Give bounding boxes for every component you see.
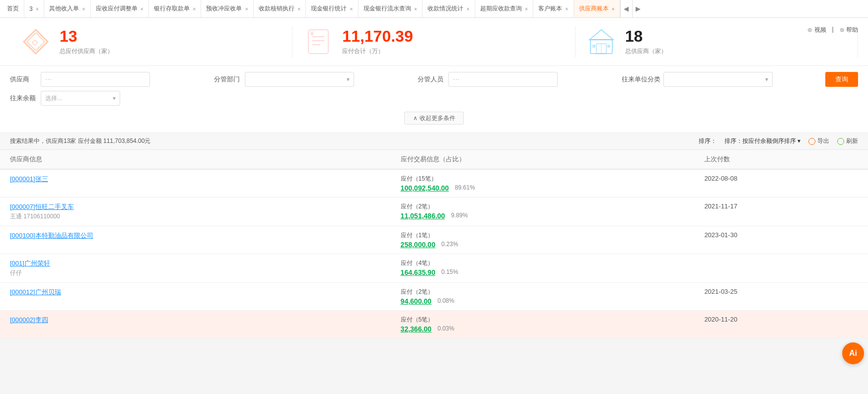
dept-input[interactable]: ▾ — [245, 72, 354, 87]
chevron-down-icon: ▾ — [347, 76, 350, 83]
nav-tab-collect-stat[interactable]: 收款情况统计 × — [423, 0, 475, 17]
payable-amount[interactable]: 94,600.00 — [401, 297, 432, 305]
payable-note: 应付（2笔） — [401, 288, 685, 296]
payable-note: 应付（2笔） — [401, 202, 685, 211]
refresh-icon — [837, 138, 844, 145]
table-row: [001]广州荣轩仔仔 应付（4笔） 164,635.90 0.15% — [0, 254, 868, 283]
result-text: 搜索结果中，供应商13家 应付金额 111,703,854.00元 — [10, 137, 150, 145]
svg-rect-12 — [592, 45, 595, 48]
col-supplier-info: 供应商信息 — [0, 150, 391, 169]
payable-pct: 89.61% — [455, 184, 475, 191]
payable-note: 应付（1笔） — [401, 231, 685, 240]
help-link[interactable]: ⊙ 帮助 — [840, 26, 858, 34]
supplier-link[interactable]: [000012]广州贝瑞 — [10, 288, 381, 297]
category-input[interactable]: ▾ — [663, 72, 773, 87]
supplier-link[interactable]: [000100]本特勤油品有限公司 — [10, 231, 381, 240]
close-icon[interactable]: × — [141, 6, 144, 12]
svg-rect-13 — [607, 45, 610, 48]
export-icon — [808, 138, 815, 145]
nav-tab-other-income[interactable]: 其他收入单 × — [44, 0, 90, 17]
person-input[interactable]: ··· — [448, 72, 558, 87]
table-row: [000007]恒旺二手叉车王通 17106110000 应付（2笔） 11,0… — [0, 197, 868, 226]
nav-tab-prepay[interactable]: 预收冲应收单 × — [201, 0, 253, 17]
nav-prev-arrow[interactable]: ◀ — [620, 0, 632, 18]
total-suppliers-count: 18 — [625, 28, 667, 44]
nav-tab-supplier-ledger[interactable]: 供应商账本 × — [574, 0, 620, 17]
nav-tab-3[interactable]: 3 × — [24, 0, 44, 17]
collapse-filter-button[interactable]: ∧ 收起更多条件 — [404, 112, 464, 125]
supplier-input[interactable]: ··· — [41, 72, 150, 87]
close-icon[interactable]: × — [297, 6, 300, 12]
supplier-link[interactable]: [000001]张三 — [10, 175, 381, 184]
payable-cell: 应付（2笔） 11,051,486.00 9.89% — [391, 197, 695, 226]
table-row: [000100]本特勤油品有限公司 应付（1笔） 258,000.00 0.23… — [0, 226, 868, 254]
close-icon[interactable]: × — [82, 6, 85, 12]
refresh-button[interactable]: 刷新 — [837, 137, 858, 145]
payable-amount[interactable]: 100,092,540.00 — [401, 184, 449, 192]
nav-tab-bank-deposit[interactable]: 银行存取款单 × — [149, 0, 201, 17]
last-pay-cell: 2023-01-30 — [694, 226, 868, 254]
close-icon[interactable]: × — [245, 6, 248, 12]
shop-icon — [585, 26, 617, 58]
supplier-link[interactable]: [000002]李四 — [10, 316, 381, 325]
payable-note: 应付（15笔） — [401, 175, 685, 183]
close-icon[interactable]: × — [350, 6, 353, 12]
close-icon[interactable]: × — [612, 6, 615, 12]
supplier-label: 供应商 — [10, 75, 38, 84]
total-suppliers-label: 总供应商（家） — [625, 47, 667, 56]
top-right-links: ⊙ 视频 | ⊙ 帮助 — [807, 26, 858, 34]
supplier-link[interactable]: [000007]恒旺二手叉车 — [10, 202, 381, 211]
supplier-cell: [000007]恒旺二手叉车王通 17106110000 — [0, 197, 391, 226]
balance-label: 往来余额 — [10, 94, 38, 103]
payable-amount[interactable]: 11,051,486.00 — [401, 212, 445, 220]
nav-tab-ar-ap-adjust[interactable]: 应收应付调整单 × — [91, 0, 149, 17]
last-pay-cell: 2022-08-08 — [694, 169, 868, 197]
nav-tab-customer-ledger[interactable]: 客户账本 × — [533, 0, 574, 17]
payable-pct: 0.08% — [437, 297, 454, 304]
supplier-link[interactable]: [001]广州荣轩 — [10, 259, 381, 268]
video-link[interactable]: ⊙ 视频 — [807, 26, 826, 34]
payable-amount[interactable]: 258,000.00 — [401, 241, 435, 249]
nav-tab-cash-stat[interactable]: 现金银行统计 × — [306, 0, 358, 17]
right-actions: 排序： 排序：按应付余额倒序排序 ▾ 导出 刷新 — [699, 137, 858, 145]
summary-content-3: 18 总供应商（家） — [625, 28, 667, 56]
supplier-cell: [000100]本特勤油品有限公司 — [0, 226, 391, 254]
close-icon[interactable]: × — [193, 6, 196, 12]
table-row: [000012]广州贝瑞 应付（2笔） 94,600.00 0.08% 2021… — [0, 283, 868, 311]
last-pay-cell: 2021-03-25 — [694, 283, 868, 311]
help-icon: ⊙ — [840, 26, 845, 33]
export-button[interactable]: 导出 — [808, 137, 829, 145]
close-icon[interactable]: × — [466, 6, 469, 12]
nav-tab-collect[interactable]: 收款核销执行 × — [254, 0, 306, 17]
play-icon: ⊙ — [807, 26, 812, 33]
supplier-cell: [001]广州荣轩仔仔 — [0, 254, 391, 283]
payable-amount[interactable]: 164,635.90 — [401, 268, 435, 276]
close-icon[interactable]: × — [565, 6, 568, 12]
payable-pct: 0.15% — [441, 268, 458, 275]
chevron-down-icon-2: ▾ — [765, 76, 768, 83]
nav-tab-home[interactable]: 首页 — [2, 0, 24, 17]
payable-total-label: 应付合计（万） — [342, 47, 413, 56]
nav-next-arrow[interactable]: ▶ — [632, 0, 644, 18]
summary-content-1: 13 总应付供应商（家） — [60, 28, 113, 56]
last-pay-date: 2021-11-17 — [704, 202, 737, 210]
nav-tab-overdue[interactable]: 超期应收款查询 × — [475, 0, 533, 17]
close-icon[interactable]: × — [414, 6, 417, 12]
sort-dropdown[interactable]: 排序：按应付余额倒序排序 ▾ — [724, 137, 800, 145]
last-pay-cell — [694, 254, 868, 283]
last-pay-date: 2020-11-20 — [704, 316, 737, 323]
filter-area: 供应商 ··· 分管部门 ▾ 分管人员 ··· 往来单位分类 ▾ — [0, 66, 868, 133]
col-last-pay: 上次付数 — [694, 150, 868, 169]
filter-category: 往来单位分类 ▾ — [622, 72, 820, 87]
close-icon[interactable]: × — [525, 6, 528, 12]
close-icon[interactable]: × — [36, 6, 39, 12]
col-payable-info: 应付交易信息（占比） — [391, 150, 695, 169]
balance-select[interactable]: 选择... ▾ — [41, 91, 120, 106]
diamond-icon: ◇ — [20, 26, 52, 58]
last-pay-date: 2021-03-25 — [704, 288, 737, 295]
payable-amount[interactable]: 32,366.00 — [401, 325, 432, 333]
nav-tab-cash-flow[interactable]: 现金银行流水查询 × — [359, 0, 423, 17]
payable-note: 应付（4笔） — [401, 259, 685, 267]
search-button[interactable]: 查询 — [825, 72, 858, 87]
payable-note: 应付（5笔） — [401, 316, 685, 324]
